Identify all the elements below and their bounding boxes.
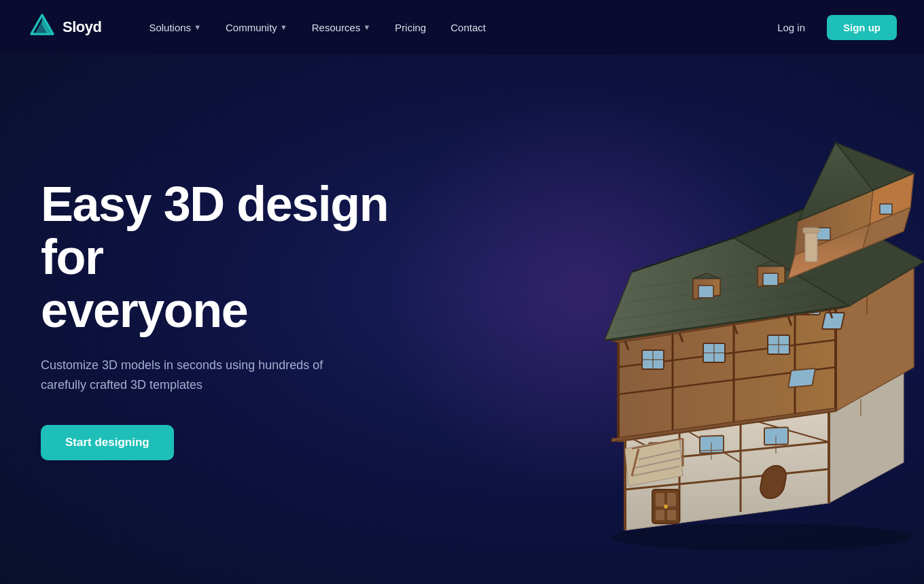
svg-rect-45: [822, 313, 845, 329]
svg-rect-81: [667, 510, 676, 520]
nav-item-community[interactable]: Community ▼: [216, 16, 297, 39]
svg-rect-86: [803, 228, 819, 233]
nav-item-resources[interactable]: Resources ▼: [302, 16, 380, 39]
building-image: [523, 41, 924, 557]
svg-rect-80: [656, 510, 664, 520]
nav-item-solutions[interactable]: Solutions ▼: [139, 16, 211, 39]
chevron-down-icon: ▼: [363, 23, 370, 31]
hero-content: Easy 3D design for everyone Customize 3D…: [0, 124, 408, 460]
svg-rect-78: [656, 493, 664, 506]
hero-section: Easy 3D design for everyone Customize 3D…: [0, 0, 924, 584]
logo-link[interactable]: Sloyd: [27, 12, 101, 42]
nav-item-contact[interactable]: Contact: [441, 16, 495, 39]
navbar: Sloyd Solutions ▼ Community ▼ Resources …: [0, 0, 924, 54]
logo-text: Sloyd: [63, 18, 101, 36]
logo-icon: [27, 12, 57, 42]
nav-right: Log in Sign up: [766, 15, 897, 40]
svg-point-84: [611, 523, 910, 551]
svg-rect-79: [667, 493, 676, 506]
chevron-down-icon: ▼: [280, 23, 287, 31]
svg-rect-63: [880, 204, 892, 214]
start-designing-button[interactable]: Start designing: [41, 425, 174, 460]
signup-button[interactable]: Sign up: [827, 15, 897, 40]
svg-rect-69: [763, 273, 778, 286]
hero-title: Easy 3D design for everyone: [41, 178, 408, 337]
hero-illustration: [523, 41, 924, 557]
svg-rect-85: [805, 231, 817, 262]
login-button[interactable]: Log in: [766, 16, 816, 39]
svg-rect-32: [788, 368, 815, 388]
hero-subtitle: Customize 3D models in seconds using hun…: [41, 356, 340, 395]
svg-point-82: [664, 504, 668, 509]
nav-links: Solutions ▼ Community ▼ Resources ▼ Pric…: [139, 16, 745, 39]
nav-item-pricing[interactable]: Pricing: [385, 16, 436, 39]
svg-rect-66: [698, 286, 713, 298]
chevron-down-icon: ▼: [194, 23, 201, 31]
